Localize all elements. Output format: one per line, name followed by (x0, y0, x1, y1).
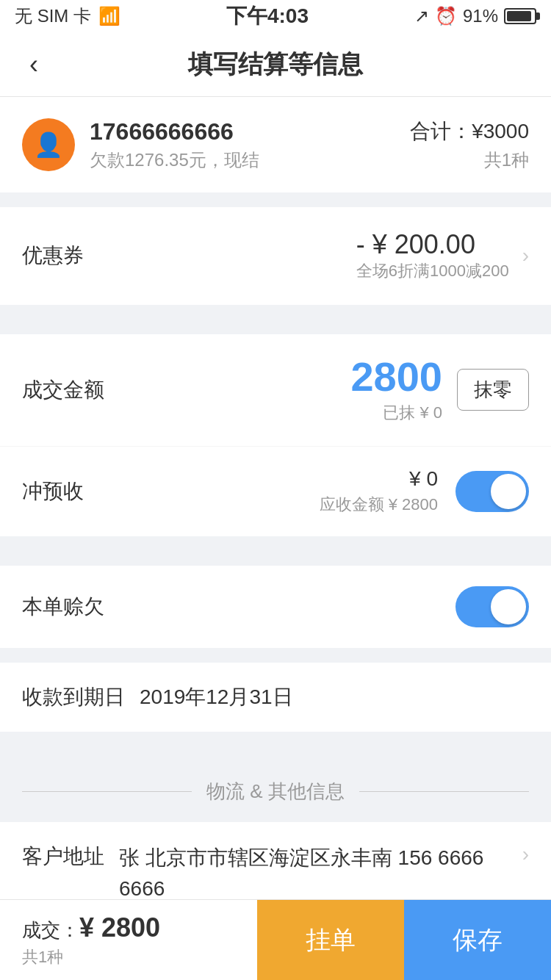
toggle-knob (491, 474, 526, 509)
section-divider-3 (0, 746, 551, 761)
bottom-buttons: 挂单 保存 (257, 900, 551, 980)
due-date-label: 收款到期日 (22, 683, 125, 711)
address-value: 张 北京市市辖区海淀区永丰南 156 6666 6666 (119, 843, 516, 904)
customer-phone: 17666666666 (90, 118, 259, 145)
address-label: 客户地址 (22, 843, 104, 871)
coupon-discount: - ¥ 200.00 (356, 229, 509, 260)
customer-debt: 欠款1276.35元，现结 (90, 148, 259, 172)
transaction-amount: ¥ 2800 (79, 912, 160, 943)
debt-toggle-knob (491, 589, 526, 624)
due-date-value: 2019年12月31日 (140, 683, 293, 711)
amount-row: 成交金额 2800 已抹 ¥ 0 抹零 (0, 334, 551, 447)
back-button[interactable]: ‹ (22, 42, 46, 87)
customer-info: 17666666666 欠款1276.35元，现结 (90, 118, 259, 172)
status-bar: 无 SIM 卡 📶 下午4:03 ↗ ⏰ 91% (0, 0, 551, 32)
battery-percent: 91% (463, 6, 498, 26)
bottom-bar: 成交：¥ 2800 共1种 挂单 保存 (0, 899, 551, 980)
carrier-label: 无 SIM 卡 (15, 4, 91, 28)
prepay-row: 冲预收 ¥ 0 应收金额 ¥ 2800 (0, 447, 551, 536)
status-left: 无 SIM 卡 📶 (15, 4, 120, 28)
prepay-sub: 应收金额 ¥ 2800 (320, 494, 438, 516)
save-button[interactable]: 保存 (404, 900, 551, 980)
content-area: 👤 17666666666 欠款1276.35元，现结 合计：¥3000 共1种… (0, 97, 551, 980)
due-date-section: 收款到期日 2019年12月31日 (0, 663, 551, 732)
amount-label: 成交金额 (22, 376, 104, 404)
logistics-divider: 物流 & 其他信息 (0, 761, 551, 822)
prepay-right: ¥ 0 应收金额 ¥ 2800 (320, 467, 529, 516)
logistics-text: 物流 & 其他信息 (206, 779, 345, 804)
amount-sub: 已抹 ¥ 0 (350, 402, 442, 424)
debt-section: 本单赊欠 (0, 566, 551, 648)
round-button[interactable]: 抹零 (457, 369, 529, 411)
battery-fill (507, 11, 531, 21)
status-right: ↗ ⏰ 91% (414, 6, 536, 26)
bottom-info: 成交：¥ 2800 共1种 (0, 912, 257, 968)
battery-icon (504, 8, 536, 24)
customer-left: 👤 17666666666 欠款1276.35元，现结 (22, 118, 259, 172)
prepay-toggle[interactable] (455, 471, 529, 512)
section-divider-2 (0, 551, 551, 566)
avatar: 👤 (22, 118, 75, 171)
prepay-amount: ¥ 0 (320, 467, 438, 491)
customer-card: 👤 17666666666 欠款1276.35元，现结 合计：¥3000 共1种 (0, 97, 551, 192)
coupon-row[interactable]: 优惠券 - ¥ 200.00 全场6折满1000减200 › (0, 207, 551, 305)
status-time: 下午4:03 (226, 2, 309, 30)
wifi-icon: 📶 (98, 6, 120, 26)
nav-bar: ‹ 填写结算等信息 (0, 32, 551, 97)
debt-toggle[interactable] (455, 586, 529, 627)
customer-total: 合计：¥3000 (410, 118, 529, 145)
hang-button[interactable]: 挂单 (257, 900, 404, 980)
due-date-row: 收款到期日 2019年12月31日 (22, 683, 529, 711)
coupon-label: 优惠券 (22, 242, 84, 270)
amount-right: 2800 已抹 ¥ 0 抹零 (350, 356, 529, 424)
debt-label: 本单赊欠 (22, 593, 104, 621)
coupon-right: - ¥ 200.00 全场6折满1000减200 › (356, 229, 529, 283)
alarm-icon: ⏰ (435, 6, 457, 26)
prepay-label: 冲预收 (22, 478, 84, 505)
transaction-label: 成交： (22, 919, 79, 941)
customer-right: 合计：¥3000 共1种 (410, 118, 529, 172)
bottom-transaction: 成交：¥ 2800 (22, 912, 235, 943)
divider-line-left (22, 791, 192, 792)
bottom-count: 共1种 (22, 946, 235, 968)
coupon-desc: 全场6折满1000减200 (356, 260, 509, 283)
customer-count: 共1种 (410, 148, 529, 172)
divider-line-right (359, 791, 529, 792)
prepay-values: ¥ 0 应收金额 ¥ 2800 (320, 467, 438, 516)
page-title: 填写结算等信息 (188, 48, 363, 82)
amount-section: 成交金额 2800 已抹 ¥ 0 抹零 冲预收 ¥ 0 应收金额 ¥ 2800 (0, 334, 551, 536)
amount-value: 2800 (350, 356, 442, 397)
location-icon: ↗ (414, 6, 429, 26)
section-divider-1 (0, 320, 551, 334)
address-chevron-icon: › (522, 843, 529, 866)
chevron-right-icon: › (522, 244, 529, 267)
